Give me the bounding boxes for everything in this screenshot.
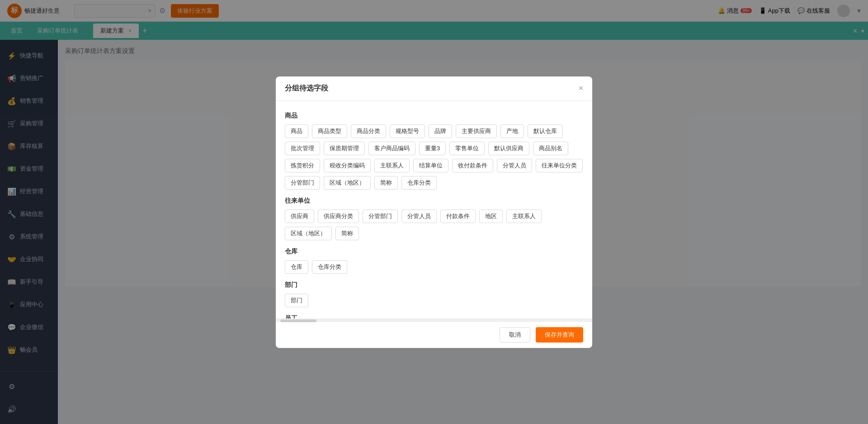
field-tag-goods-1[interactable]: 商品 <box>285 124 308 138</box>
field-tag-goods-14[interactable]: 默认供应商 <box>488 142 529 155</box>
field-tag-goods-9[interactable]: 批次管理 <box>285 142 320 155</box>
modal-header: 分组待选字段 × <box>276 76 592 101</box>
modal-body[interactable]: 商品 商品 商品类型 商品分类 规格型号 品牌 主要供应商 产地 默认仓库 批次… <box>276 101 592 319</box>
modal-scrollbar-thumb <box>280 319 316 322</box>
field-tag-partner-8[interactable]: 区域（地区） <box>285 227 332 240</box>
field-tag-goods-20[interactable]: 收付款条件 <box>452 159 493 172</box>
field-tag-goods-26[interactable]: 仓库分类 <box>401 176 437 190</box>
field-tag-goods-7[interactable]: 产地 <box>500 124 524 138</box>
modal-close-button[interactable]: × <box>578 84 583 92</box>
field-group-partner: 供应商 供应商分类 分管部门 分管人员 付款条件 地区 主联系人 区域（地区） … <box>285 210 583 240</box>
field-tag-department-1[interactable]: 部门 <box>285 294 308 307</box>
field-tag-partner-2[interactable]: 供应商分类 <box>318 210 359 223</box>
field-tag-goods-21[interactable]: 分管人员 <box>497 159 532 172</box>
confirm-button[interactable]: 保存并查询 <box>536 327 583 343</box>
field-tag-partner-7[interactable]: 主联系人 <box>506 210 542 223</box>
field-tag-goods-23[interactable]: 分管部门 <box>285 176 320 190</box>
section-title-goods: 商品 <box>285 112 583 120</box>
field-tag-partner-4[interactable]: 分管人员 <box>401 210 437 223</box>
field-group-warehouse: 仓库 仓库分类 <box>285 260 583 274</box>
field-tag-goods-16[interactable]: 拣货积分 <box>285 159 320 172</box>
field-tag-partner-5[interactable]: 付款条件 <box>440 210 476 223</box>
field-tag-warehouse-1[interactable]: 仓库 <box>285 260 308 274</box>
section-title-warehouse: 仓库 <box>285 248 583 256</box>
modal-footer: 取消 保存并查询 <box>276 321 592 348</box>
field-tag-goods-2[interactable]: 商品类型 <box>312 124 347 138</box>
field-tag-partner-9[interactable]: 简称 <box>335 227 359 240</box>
field-tag-partner-1[interactable]: 供应商 <box>285 210 314 223</box>
section-title-staff: 员工 <box>285 314 583 319</box>
section-title-partner: 往来单位 <box>285 197 583 205</box>
field-tag-goods-5[interactable]: 品牌 <box>429 124 452 138</box>
field-tag-partner-3[interactable]: 分管部门 <box>363 210 398 223</box>
field-tag-goods-6[interactable]: 主要供应商 <box>456 124 497 138</box>
field-tag-goods-13[interactable]: 零售单位 <box>449 142 485 155</box>
field-tag-goods-18[interactable]: 主联系人 <box>374 159 410 172</box>
field-tag-goods-10[interactable]: 保质期管理 <box>324 142 365 155</box>
field-selection-modal: 分组待选字段 × 商品 商品 商品类型 商品分类 规格型号 品牌 主要供应商 产… <box>276 76 592 348</box>
field-tag-goods-17[interactable]: 税收分类编码 <box>324 159 371 172</box>
field-tag-goods-19[interactable]: 结算单位 <box>413 159 448 172</box>
field-tag-goods-11[interactable]: 客户商品编码 <box>368 142 415 155</box>
modal-title: 分组待选字段 <box>285 84 328 93</box>
field-tag-goods-24[interactable]: 区域（地区） <box>324 176 371 190</box>
cancel-button[interactable]: 取消 <box>500 327 530 343</box>
field-tag-partner-6[interactable]: 地区 <box>479 210 503 223</box>
field-tag-warehouse-2[interactable]: 仓库分类 <box>312 260 347 274</box>
field-tag-goods-12[interactable]: 重量3 <box>419 142 446 155</box>
field-group-goods: 商品 商品类型 商品分类 规格型号 品牌 主要供应商 产地 默认仓库 批次管理 … <box>285 124 583 190</box>
field-tag-goods-8[interactable]: 默认仓库 <box>528 124 563 138</box>
section-title-department: 部门 <box>285 281 583 289</box>
field-tag-goods-4[interactable]: 规格型号 <box>390 124 425 138</box>
field-tag-goods-25[interactable]: 简称 <box>374 176 398 190</box>
modal-horizontal-scrollbar[interactable] <box>276 319 592 321</box>
field-tag-goods-3[interactable]: 商品分类 <box>351 124 386 138</box>
field-tag-goods-15[interactable]: 商品别名 <box>533 142 568 155</box>
modal-overlay: 分组待选字段 × 商品 商品 商品类型 商品分类 规格型号 品牌 主要供应商 产… <box>0 0 868 424</box>
field-group-department: 部门 <box>285 294 583 307</box>
field-tag-goods-22[interactable]: 往来单位分类 <box>536 159 583 172</box>
